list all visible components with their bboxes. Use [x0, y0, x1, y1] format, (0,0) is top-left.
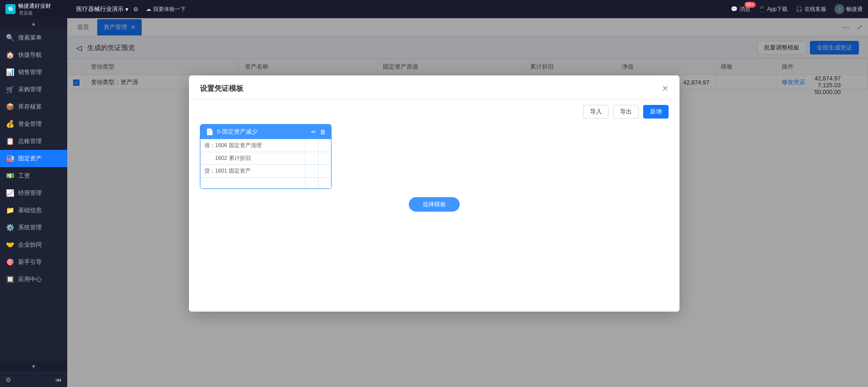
sidebar-label-sales: 销售管理: [18, 68, 42, 76]
sidebar-item-sales[interactable]: 📊 销售管理: [0, 64, 67, 81]
new-button[interactable]: 新增: [643, 105, 669, 119]
sidebar-label-guide: 新手引导: [18, 258, 42, 266]
sidebar-item-purchase[interactable]: 🛒 采购管理: [0, 81, 67, 98]
message-tool[interactable]: 💬 消息 99+: [731, 5, 750, 13]
sidebar-item-guide[interactable]: 🎯 新手引导: [0, 253, 67, 271]
entry-credit-0: [318, 139, 331, 152]
sidebar-label-system: 系统管理: [18, 223, 42, 232]
import-button[interactable]: 导入: [583, 105, 609, 119]
edition-label: 普及版: [19, 10, 51, 16]
dialog-toolbar: 导入 导出 新增: [189, 99, 680, 124]
box-icon: 📦: [5, 103, 15, 111]
sidebar-item-search[interactable]: 🔍 搜索菜单: [0, 29, 67, 46]
sidebar-label-quick-nav: 快捷导航: [18, 51, 42, 59]
chevron-down-icon: ▾: [125, 6, 129, 13]
top-header: 畅 畅捷通好业财 普及版 医疗器械行业演示 ▾ ⚙ ☁ 我要体验一下 💬 消息 …: [0, 0, 868, 18]
sidebar-label-search: 搜索菜单: [18, 34, 42, 42]
entry-debit-2: [306, 165, 318, 178]
sidebar-item-basics[interactable]: 📁 基础信息: [0, 202, 67, 219]
template-card-body: 借：1606 固定资产清理 1602 累计折旧 贷：1601 固定资产: [200, 139, 331, 189]
sidebar-item-app-center[interactable]: 🔲 应用中心: [0, 271, 67, 288]
entry-side-0: 借：1606 固定资产清理: [200, 139, 306, 152]
sidebar-item-ledger[interactable]: 📋 总账管理: [0, 133, 67, 150]
document-icon: 📄: [206, 128, 213, 135]
sidebar-label-fixed-assets: 固定资产: [18, 154, 42, 163]
template-card-actions: ✏ 🗑: [311, 129, 326, 135]
scroll-up-button[interactable]: ▲: [0, 18, 67, 29]
sidebar-label-app-center: 应用中心: [18, 275, 42, 283]
edit-icon[interactable]: ✏: [311, 129, 316, 135]
template-card-title: 5-固定资产减少: [217, 128, 308, 136]
collapse-sidebar-button[interactable]: ⏮: [55, 376, 62, 383]
logo-icon: 畅: [5, 4, 15, 14]
logo-text: 畅捷通好业财: [18, 2, 51, 10]
mobile-icon: 📱: [759, 6, 765, 12]
company-select[interactable]: 医疗器械行业演示 ▾: [76, 5, 129, 13]
sidebar-label-basics: 基础信息: [18, 206, 42, 214]
experience-link[interactable]: ☁ 我要体验一下: [146, 5, 186, 13]
sidebar-label-purchase: 采购管理: [18, 85, 42, 94]
app-download-tool[interactable]: 📱 App下载: [759, 5, 788, 13]
entry-credit-2: [318, 165, 331, 178]
home-icon: 🏠: [5, 51, 15, 59]
sidebar-item-payroll[interactable]: 💵 工资: [0, 167, 67, 184]
trend-icon: 📈: [5, 189, 15, 197]
gear-icon: ⚙️: [5, 223, 15, 232]
money-icon: 💰: [5, 120, 15, 128]
online-service-tool[interactable]: 🎧 在线客服: [796, 5, 826, 13]
cloud-icon: ☁: [146, 6, 151, 12]
message-icon: 💬: [731, 6, 738, 12]
user-tool[interactable]: 👤 畅捷通: [834, 4, 863, 14]
cart-icon: 🛒: [5, 85, 15, 94]
sidebar-label-capital: 资金管理: [18, 120, 42, 128]
sidebar-item-capital[interactable]: 💰 资金管理: [0, 115, 67, 133]
search-icon: 🔍: [5, 34, 15, 42]
sidebar-label-inventory: 库存核算: [18, 103, 42, 111]
folder-icon: 📁: [5, 206, 15, 214]
entry-side-1: 1602 累计折旧: [200, 152, 306, 165]
entry-debit-1: [306, 152, 318, 165]
sidebar-item-fixed-assets[interactable]: 🏭 固定资产: [0, 150, 67, 167]
dialog-body: 📄 5-固定资产减少 ✏ 🗑 借：1606 固定资产清理: [189, 124, 680, 223]
sidebar-label-payroll: 工资: [18, 172, 30, 180]
dialog-close-button[interactable]: ✕: [662, 84, 669, 94]
template-entry-row-0: 借：1606 固定资产清理: [200, 139, 331, 152]
sidebar-label-operations: 经营管理: [18, 189, 42, 197]
right-tools: 💬 消息 99+ 📱 App下载 🎧 在线客服 👤 畅捷通: [731, 4, 863, 14]
chart-icon: 📊: [5, 68, 15, 76]
sidebar-label-enterprise: 企业协同: [18, 241, 42, 249]
template-entry-row-empty: [200, 178, 331, 189]
avatar: 👤: [834, 4, 844, 14]
sidebar-label-ledger: 总账管理: [18, 137, 42, 145]
payroll-icon: 💵: [5, 172, 15, 180]
sidebar-item-inventory[interactable]: 📦 库存核算: [0, 98, 67, 115]
delete-icon[interactable]: 🗑: [320, 129, 326, 135]
bottom-settings-icon[interactable]: ⚙: [5, 376, 11, 383]
template-entry-row-1: 1602 累计折旧: [200, 152, 331, 165]
handshake-icon: 🤝: [5, 241, 15, 249]
ledger-icon: 📋: [5, 137, 15, 145]
message-badge: 99+: [744, 2, 756, 8]
dialog-header: 设置凭证模板 ✕: [189, 75, 680, 99]
sidebar-item-quick-nav[interactable]: 🏠 快捷导航: [0, 46, 67, 64]
template-card: 📄 5-固定资产减少 ✏ 🗑 借：1606 固定资产清理: [200, 124, 332, 189]
scroll-down-button[interactable]: ▼: [0, 361, 67, 372]
entry-credit-1: [318, 152, 331, 165]
entry-debit-0: [306, 139, 318, 152]
sidebar-scroll: 🔍 搜索菜单 🏠 快捷导航 📊 销售管理 🛒 采购管理 📦 库存核算 💰: [0, 29, 67, 361]
set-voucher-template-dialog: 设置凭证模板 ✕ 导入 导出 新增 📄 5-固定资产减少 ✏ 🗑 借：160: [189, 75, 680, 312]
sidebar: ▲ 🔍 搜索菜单 🏠 快捷导航 📊 销售管理 🛒 采购管理 📦 库存核算: [0, 18, 67, 387]
sidebar-item-enterprise[interactable]: 🤝 企业协同: [0, 236, 67, 253]
settings-icon[interactable]: ⚙: [133, 6, 139, 13]
logo-area: 畅 畅捷通好业财 普及版: [5, 2, 73, 16]
sidebar-bottom: ⚙ ⏮: [0, 372, 67, 387]
headset-icon: 🎧: [796, 6, 803, 12]
template-entry-row-2: 贷：1601 固定资产: [200, 165, 331, 178]
template-card-header: 📄 5-固定资产减少 ✏ 🗑: [200, 124, 331, 139]
company-name: 医疗器械行业演示: [76, 5, 124, 13]
sidebar-item-operations[interactable]: 📈 经营管理: [0, 184, 67, 202]
sidebar-item-system[interactable]: ⚙️ 系统管理: [0, 219, 67, 236]
factory-icon: 🏭: [5, 154, 15, 163]
export-button[interactable]: 导出: [613, 105, 639, 119]
select-template-button[interactable]: 选择模板: [409, 197, 460, 212]
